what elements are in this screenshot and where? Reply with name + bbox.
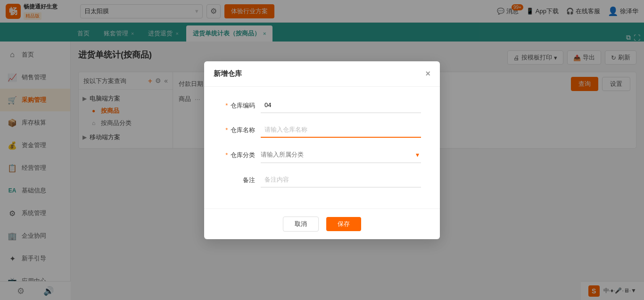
modal-overlay[interactable]: 新增仓库 × * 仓库编码 * 仓库名称 xyxy=(0,0,644,300)
cancel-button[interactable]: 取消 xyxy=(283,217,319,232)
save-button[interactable]: 保存 xyxy=(326,217,361,231)
dialog-header: 新增仓库 × xyxy=(204,61,440,87)
category-field-row: * 仓库分类 ▾ xyxy=(223,147,421,163)
remark-input[interactable] xyxy=(261,173,421,188)
code-required-mark: * xyxy=(225,102,228,109)
name-input[interactable] xyxy=(261,123,421,138)
add-warehouse-dialog: 新增仓库 × * 仓库编码 * 仓库名称 xyxy=(204,61,440,239)
category-required-mark: * xyxy=(225,151,228,158)
dialog-close-button[interactable]: × xyxy=(425,69,430,79)
code-field-row: * 仓库编码 xyxy=(223,98,421,113)
name-label: * 仓库名称 xyxy=(223,126,261,134)
name-field-row: * 仓库名称 xyxy=(223,123,421,138)
code-input[interactable] xyxy=(261,98,421,113)
code-label: * 仓库编码 xyxy=(223,101,261,110)
name-required-mark: * xyxy=(225,126,228,133)
category-input[interactable] xyxy=(261,147,421,162)
dialog-title: 新增仓库 xyxy=(214,69,242,78)
category-select-wrap: ▾ xyxy=(261,147,421,163)
dialog-body: * 仓库编码 * 仓库名称 * 仓库分类 xyxy=(204,87,440,208)
remark-label: 备注 xyxy=(223,176,261,184)
category-label: * 仓库分类 xyxy=(223,151,261,159)
remark-field-row: 备注 xyxy=(223,173,421,188)
dialog-footer: 取消 保存 xyxy=(204,208,440,239)
